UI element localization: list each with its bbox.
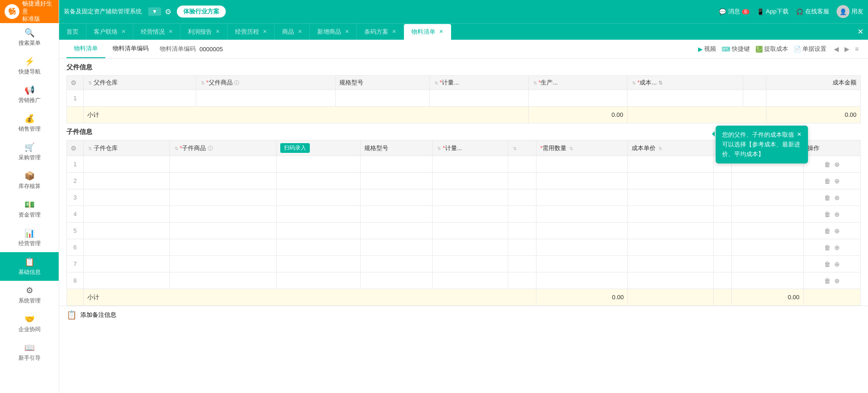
parent-table-wrapper: ⚙ ⇅ 父件仓库 ⇅ *父件商品 ⓘ 规格型号 ⇅ *计量... ⇅ *生产..… xyxy=(66,75,861,123)
system-select-dropdown[interactable]: ▼ xyxy=(148,7,161,16)
parent-table: ⚙ ⇅ 父件仓库 ⇅ *父件商品 ⓘ 规格型号 ⇅ *计量... ⇅ *生产..… xyxy=(66,75,861,123)
tab-close-icon[interactable]: ✕ xyxy=(298,29,302,35)
parent-row-1: 1 xyxy=(67,90,861,107)
sub-tab-bom-code[interactable]: 物料清单编码 xyxy=(105,40,156,58)
delete-row-button[interactable]: 🗑 xyxy=(823,260,832,269)
child-row-2: 2 🗑 ⊕ xyxy=(67,173,861,189)
copy-row-button[interactable]: ⊕ xyxy=(833,276,841,285)
child-col-actions: 操作 xyxy=(803,140,860,156)
shortcut-action[interactable]: ⌨ 快捷键 xyxy=(722,45,750,53)
sidebar-item-basic[interactable]: 📋 基础信息 xyxy=(0,252,59,281)
close-all-tabs[interactable]: ✕ xyxy=(853,24,868,40)
tab-close-icon[interactable]: ✕ xyxy=(169,29,173,35)
child-row-7: 7 🗑 ⊕ xyxy=(67,256,861,272)
copy-row-button[interactable]: ⊕ xyxy=(833,260,841,269)
parent-cell-unit[interactable] xyxy=(429,90,528,107)
tab-operation[interactable]: 经营情况 ✕ xyxy=(133,24,181,40)
message-action[interactable]: 💬 消息 6 xyxy=(719,7,749,16)
parent-cell-warehouse[interactable] xyxy=(84,90,196,107)
child-r1-spec[interactable] xyxy=(361,156,433,173)
tab-history[interactable]: 经营历程 ✕ xyxy=(228,24,275,40)
tab-new-goods[interactable]: 新增商品 ✕ xyxy=(310,24,357,40)
child-col-unit: ⇅ *计量... xyxy=(433,140,508,156)
column-settings-icon[interactable]: ⚙ xyxy=(71,79,77,86)
tab-close-icon[interactable]: ✕ xyxy=(216,29,220,35)
single-settings-action[interactable]: 📄 单据设置 xyxy=(794,45,826,53)
content-area: 物料清单 物料清单编码 物料清单编码 0000005 ▶ 视频 ⌨ 快捷键 💹 xyxy=(59,40,868,393)
video-icon: ▶ xyxy=(698,46,703,53)
user-menu[interactable]: 👤 用友 xyxy=(837,5,863,18)
sub-tab-bom-list[interactable]: 物料清单 xyxy=(66,40,105,58)
nav-next-icon[interactable]: ▶ xyxy=(843,44,851,54)
tab-home[interactable]: 首页 xyxy=(59,24,86,40)
tab-close-icon[interactable]: ✕ xyxy=(263,29,267,35)
extract-cost-action[interactable]: 💹 提取成本 xyxy=(755,45,788,53)
child-table: ⚙ ⇅ 子件仓库 ⇅ *子件商品 ⓘ 扫码录入 规格型号 ⇅ *计量... ⇅ … xyxy=(66,140,861,306)
sidebar-item-purchase[interactable]: 🛒 采购管理 xyxy=(0,138,59,166)
sub-tab-actions: ▶ 视频 ⌨ 快捷键 💹 提取成本 📄 单据设置 ◀ ▶ xyxy=(698,44,861,54)
parent-cell-product[interactable] xyxy=(196,90,335,107)
nav-menu-icon[interactable]: ≡ xyxy=(853,44,861,54)
trial-button[interactable]: 体验行业方案 xyxy=(177,6,226,18)
logo-text: 畅捷通好生意 标准版 xyxy=(22,0,54,23)
child-row-8: 8 🗑 ⊕ xyxy=(67,272,861,289)
sidebar-item-sales[interactable]: 💰 销售管理 xyxy=(0,109,59,138)
sidebar-item-guide[interactable]: 📖 新手引导 xyxy=(0,338,59,367)
parent-cell-cost[interactable] xyxy=(627,90,743,107)
child-r1-warehouse[interactable] xyxy=(84,156,170,173)
delete-row-button[interactable]: 🗑 xyxy=(823,210,832,219)
delete-row-button[interactable]: 🗑 xyxy=(823,243,832,252)
child-col-extra: ⇅ xyxy=(508,140,536,156)
nav-prev-icon[interactable]: ◀ xyxy=(832,44,841,54)
copy-row-button[interactable]: ⊕ xyxy=(833,210,841,219)
settings-icon[interactable]: ⚙ xyxy=(165,7,171,16)
delete-row-button[interactable]: 🗑 xyxy=(823,160,832,169)
child-column-settings-icon[interactable]: ⚙ xyxy=(71,145,77,152)
sidebar-item-finance[interactable]: 💵 资金管理 xyxy=(0,195,59,224)
app-download-action[interactable]: 📱 App下载 xyxy=(757,7,789,16)
delete-row-button[interactable]: 🗑 xyxy=(823,276,832,285)
tab-barcode[interactable]: 条码方案 ✕ xyxy=(357,24,404,40)
delete-row-button[interactable]: 🗑 xyxy=(823,193,832,202)
parent-cell-production[interactable] xyxy=(528,90,627,107)
copy-row-button[interactable]: ⊕ xyxy=(833,160,841,169)
copy-row-button[interactable]: ⊕ xyxy=(833,193,841,202)
child-row-4: 4 🗑 ⊕ xyxy=(67,206,861,223)
copy-row-button[interactable]: ⊕ xyxy=(833,243,841,252)
sidebar-item-quicknav[interactable]: ⚡ 快捷导航 xyxy=(0,52,59,80)
online-service-action[interactable]: 🎧 在线客服 xyxy=(796,7,829,16)
tab-customer[interactable]: 客户联络 ✕ xyxy=(86,24,133,40)
system-title: 装备及固定资产辅助管理系统 xyxy=(64,7,145,16)
child-col-qty: *需用数量 ⇅ xyxy=(536,140,627,156)
sidebar-item-operations[interactable]: 📊 经营管理 xyxy=(0,224,59,252)
sidebar-item-inventory[interactable]: 📦 库存核算 xyxy=(0,166,59,195)
sidebar-item-search[interactable]: 🔍 搜索菜单 xyxy=(0,23,59,52)
tab-profit[interactable]: 利润报告 ✕ xyxy=(181,24,228,40)
delete-row-button[interactable]: 🗑 xyxy=(823,226,832,236)
sidebar-item-enterprise[interactable]: 🤝 企业协同 xyxy=(0,309,59,338)
parent-col-production: ⇅ *生产... xyxy=(528,76,627,90)
tab-close-icon[interactable]: ✕ xyxy=(439,29,443,35)
tab-close-icon[interactable]: ✕ xyxy=(345,29,349,35)
parent-cell-spec[interactable] xyxy=(335,90,429,107)
parent-col-product: ⇅ *父件商品 ⓘ xyxy=(196,76,335,90)
child-r1-unit-cost[interactable] xyxy=(627,156,714,173)
tooltip-close-button[interactable]: ✕ xyxy=(797,130,802,139)
copy-row-button[interactable]: ⊕ xyxy=(833,226,841,236)
copy-row-button[interactable]: ⊕ xyxy=(833,176,841,186)
sidebar-item-marketing[interactable]: 📢 营销推广 xyxy=(0,80,59,109)
child-subtotal-row: 小计 0.00 0.00 xyxy=(67,289,861,306)
scan-input-button[interactable]: 扫码录入 xyxy=(280,143,310,153)
child-r1-product[interactable] xyxy=(169,156,276,173)
child-r1-qty[interactable] xyxy=(536,156,627,173)
tab-goods[interactable]: 商品 ✕ xyxy=(275,24,310,40)
parent-subtotal-row: 小计 0.00 0.00 xyxy=(67,107,861,123)
video-action[interactable]: ▶ 视频 xyxy=(698,45,716,53)
tab-bom[interactable]: 物料清单 ✕ xyxy=(404,24,451,40)
sales-icon: 💰 xyxy=(24,114,35,124)
child-r1-unit[interactable] xyxy=(433,156,508,173)
delete-row-button[interactable]: 🗑 xyxy=(823,176,832,186)
sidebar-item-system[interactable]: ⚙ 系统管理 xyxy=(0,281,59,309)
tab-close-icon[interactable]: ✕ xyxy=(392,29,396,35)
tab-close-icon[interactable]: ✕ xyxy=(121,29,126,35)
